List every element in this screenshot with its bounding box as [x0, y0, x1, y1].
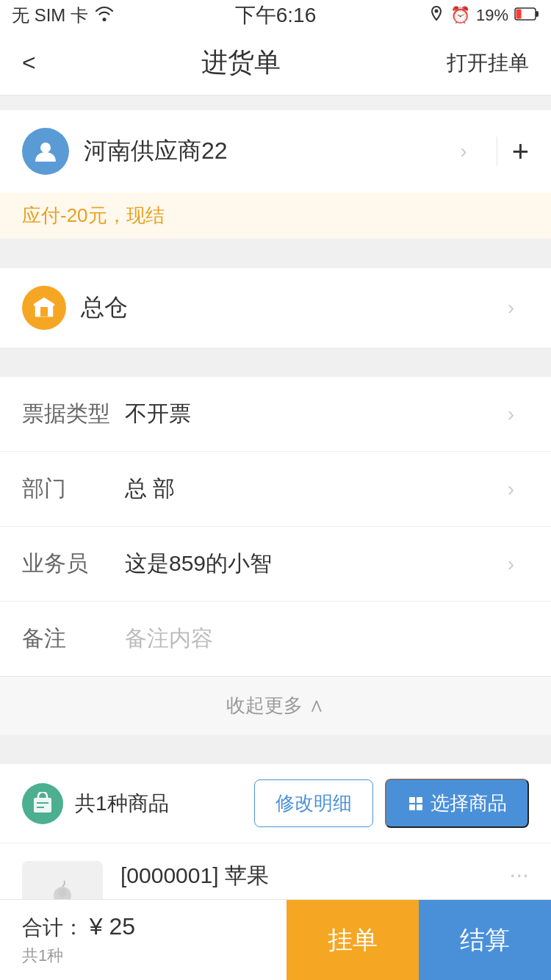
invoice-chevron-icon: › [508, 403, 514, 426]
total-row: 合计： ¥ 25 [22, 913, 264, 942]
warehouse-row[interactable]: 总仓 › [0, 268, 551, 347]
salesperson-label: 业务员 [22, 549, 110, 579]
checkout-button[interactable]: 结算 [419, 900, 551, 981]
dept-value: 总 部 [125, 474, 508, 504]
form-row-salesperson[interactable]: 业务员 这是859的小智 › [0, 527, 551, 602]
bottom-bar: 合计： ¥ 25 共1种 挂单 结算 [0, 899, 551, 980]
dept-chevron-icon: › [508, 478, 514, 501]
collapse-bar[interactable]: 收起更多 ∧ [0, 676, 551, 735]
remark-input[interactable]: 备注内容 [125, 624, 529, 654]
total-label: 合计： [22, 916, 84, 939]
edit-detail-button[interactable]: 修改明细 [254, 779, 373, 827]
salesperson-value: 这是859的小智 [125, 549, 508, 579]
form-row-dept[interactable]: 部门 总 部 › [0, 452, 551, 527]
supplier-chevron-icon: › [460, 140, 467, 163]
select-product-button[interactable]: 选择商品 [385, 779, 529, 828]
invoice-label: 票据类型 [22, 399, 110, 429]
dept-label: 部门 [22, 474, 110, 504]
gap-1 [0, 96, 551, 110]
svg-rect-12 [417, 804, 422, 810]
invoice-value: 不开票 [125, 399, 508, 429]
warehouse-name: 总仓 [81, 292, 508, 324]
status-right: ⏰ 19% [428, 5, 539, 26]
alarm-icon: ⏰ [450, 6, 470, 25]
location-icon [428, 5, 444, 26]
open-hang-button[interactable]: 打开挂单 [447, 49, 529, 77]
form-row-remark[interactable]: 备注 备注内容 [0, 602, 551, 676]
hang-button[interactable]: 挂单 [287, 900, 419, 981]
svg-rect-8 [37, 807, 44, 808]
products-count: 共1种商品 [75, 790, 254, 818]
supplier-name: 河南供应商22 [84, 135, 460, 167]
svg-point-15 [58, 888, 67, 897]
supplier-row[interactable]: 河南供应商22 › + [0, 110, 551, 192]
select-product-label: 选择商品 [431, 790, 507, 816]
supplier-section: 河南供应商22 › + 应付-20元，现结 [0, 110, 551, 239]
gap-3 [0, 347, 551, 362]
remark-label: 备注 [22, 624, 110, 654]
warehouse-icon [22, 286, 66, 330]
product-name: [0000001] 苹果 [120, 861, 509, 891]
product-id: [0000001] [120, 863, 218, 887]
total-section: 合计： ¥ 25 共1种 [0, 913, 287, 967]
status-time: 下午6:16 [235, 1, 317, 29]
products-header: 共1种商品 修改明细 选择商品 [0, 764, 551, 843]
svg-rect-2 [516, 10, 522, 19]
svg-rect-5 [40, 307, 48, 317]
svg-point-4 [40, 143, 51, 153]
product-more-button[interactable]: ··· [509, 861, 529, 888]
salesperson-chevron-icon: › [508, 552, 514, 576]
product-title-text: 苹果 [225, 863, 269, 887]
battery-icon [514, 6, 539, 25]
svg-rect-7 [37, 802, 48, 804]
notice-bar: 应付-20元，现结 [0, 192, 551, 239]
svg-rect-3 [536, 11, 539, 17]
back-button[interactable]: < [22, 49, 36, 76]
total-count: 共1种 [22, 945, 264, 967]
wifi-icon [94, 5, 115, 26]
battery-text: 19% [476, 6, 508, 25]
gap-2 [0, 239, 551, 253]
products-icon [22, 783, 63, 824]
sim-text: 无 SIM 卡 [12, 4, 88, 27]
form-section: 票据类型 不开票 › 部门 总 部 › 业务员 这是859的小智 › 备注 备注… [0, 377, 551, 676]
svg-rect-9 [409, 797, 415, 803]
add-button[interactable]: + [512, 135, 529, 168]
svg-rect-6 [34, 798, 51, 813]
supplier-divider [497, 137, 497, 166]
nav-bar: < 进货单 打开挂单 [0, 31, 551, 96]
svg-point-0 [434, 10, 438, 13]
gap-4 [0, 735, 551, 749]
status-bar: 无 SIM 卡 下午6:16 ⏰ 19% [0, 0, 551, 31]
form-row-invoice[interactable]: 票据类型 不开票 › [0, 377, 551, 452]
supplier-avatar [22, 128, 69, 175]
svg-rect-10 [417, 797, 422, 803]
total-amount: ¥ 25 [90, 913, 135, 940]
status-left: 无 SIM 卡 [12, 4, 115, 27]
page-title: 进货单 [201, 45, 281, 81]
svg-rect-11 [409, 804, 415, 810]
warehouse-chevron-icon: › [508, 296, 514, 320]
